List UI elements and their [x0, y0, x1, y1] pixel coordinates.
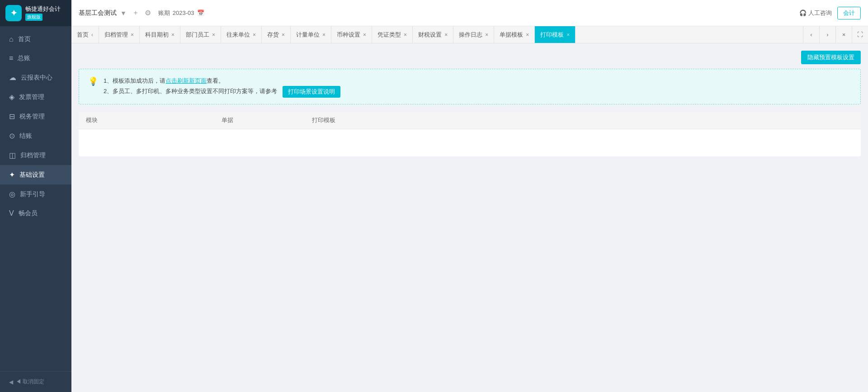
- tab-subject-close-icon[interactable]: ×: [171, 32, 175, 38]
- sidebar-item-guide-label: 新手引导: [20, 190, 45, 198]
- tab-tax-settings-close-icon[interactable]: ×: [444, 32, 448, 38]
- ledger-icon: ≡: [9, 54, 13, 62]
- tab-archive-close-icon[interactable]: ×: [131, 32, 134, 38]
- logo-text: 畅捷通好会计: [25, 5, 61, 13]
- tab-partner-label: 往来单位: [226, 31, 250, 39]
- tab-partner-close-icon[interactable]: ×: [253, 32, 256, 38]
- tab-action-right: ‹ › × ⛶: [803, 26, 868, 43]
- tab-subject-label: 科目期初: [145, 31, 169, 39]
- settings-icon: ✦: [9, 170, 15, 179]
- sidebar-item-settings[interactable]: ✦ 基础设置: [0, 165, 71, 184]
- tab-department[interactable]: 部门员工 ×: [180, 26, 221, 43]
- tab-partner[interactable]: 往来单位 ×: [221, 26, 262, 43]
- page-content: 隐藏预置模板设置 💡 1、模板添加成功后，请点击刷新新页面查看。 2、多员工、多…: [71, 43, 868, 392]
- tab-print-template[interactable]: 打印模板 ×: [535, 26, 576, 43]
- sidebar-item-reports[interactable]: ☁ 云报表中心: [0, 68, 71, 87]
- sidebar-unpin-button[interactable]: ◀ ◀ 取消固定: [0, 371, 71, 392]
- tab-operation-log[interactable]: 操作日志 ×: [453, 26, 494, 43]
- tab-voucher-type[interactable]: 凭证类型 ×: [372, 26, 413, 43]
- tab-archive-label: 归档管理: [104, 31, 128, 39]
- tab-inventory-close-icon[interactable]: ×: [282, 32, 285, 38]
- content-action-bar: 隐藏预置模板设置: [79, 51, 861, 64]
- tab-unit[interactable]: 计量单位 ×: [291, 26, 331, 43]
- sidebar-item-invoice-label: 发票管理: [19, 93, 44, 101]
- bulb-icon: 💡: [88, 76, 98, 86]
- sidebar-item-reports-label: 云报表中心: [21, 74, 52, 82]
- sidebar-item-archive-label: 归档管理: [20, 151, 46, 160]
- sidebar-item-invoice[interactable]: ◈ 发票管理: [0, 87, 71, 107]
- support-label: 人工咨询: [808, 9, 832, 17]
- unpin-icon: ◀: [9, 379, 13, 385]
- company-name: 基层工会测试: [79, 9, 117, 17]
- topbar: 基层工会测试 ▼ ＋ ⚙ 账期 2023-03 📅 🎧 人工咨询 会计: [71, 0, 868, 26]
- sidebar: ✦ 畅捷通好会计 旗舰版 ⌂ 首页 ≡ 总账 ☁ 云报表中心 ◈ 发票管理 ⊟ …: [0, 0, 71, 392]
- col-header-single: 单据: [222, 116, 312, 124]
- tab-department-label: 部门员工: [186, 31, 209, 39]
- tab-unit-close-icon[interactable]: ×: [322, 32, 326, 38]
- tab-tax-settings-label: 财税设置: [418, 31, 442, 39]
- sidebar-nav: ⌂ 首页 ≡ 总账 ☁ 云报表中心 ◈ 发票管理 ⊟ 税务管理 ⊙ 结账 ◫ 归…: [0, 26, 71, 371]
- logo-sub: 旗舰版: [25, 14, 42, 21]
- sidebar-footer-label: ◀ 取消固定: [16, 378, 44, 386]
- sidebar-item-archive[interactable]: ◫ 归档管理: [0, 146, 71, 165]
- sidebar-item-ledger[interactable]: ≡ 总账: [0, 49, 71, 68]
- tabbar: 首页 ‹ 归档管理 × 科目期初 × 部门员工 × 往来单位 × 存货 × 计量…: [71, 26, 868, 43]
- notice-text: 1、模板添加成功后，请点击刷新新页面查看。 2、多员工、多打印机、多种业务类型设…: [104, 76, 340, 98]
- tab-single-doc[interactable]: 单据模板 ×: [494, 26, 535, 43]
- support-button[interactable]: 🎧 人工咨询: [799, 9, 832, 17]
- sidebar-item-tax-label: 税务管理: [19, 113, 45, 121]
- notice-refresh-link[interactable]: 点击刷新新页面: [165, 77, 207, 84]
- table-body: [79, 129, 861, 156]
- sidebar-item-guide[interactable]: ◎ 新手引导: [0, 184, 71, 204]
- sidebar-item-close[interactable]: ⊙ 结账: [0, 126, 71, 146]
- close-month-icon: ⊙: [9, 132, 15, 140]
- tab-operation-log-close-icon[interactable]: ×: [485, 32, 488, 38]
- tab-department-close-icon[interactable]: ×: [212, 32, 215, 38]
- tab-scroll-left-button[interactable]: ‹: [803, 26, 819, 43]
- tab-currency-close-icon[interactable]: ×: [363, 32, 366, 38]
- tab-close-current-button[interactable]: ×: [835, 26, 852, 43]
- tab-unit-label: 计量单位: [296, 31, 320, 39]
- col-header-module: 模块: [86, 116, 222, 124]
- tab-home[interactable]: 首页 ‹: [71, 26, 99, 43]
- sidebar-item-member-label: 畅会员: [19, 209, 38, 217]
- home-icon: ⌂: [9, 35, 14, 43]
- print-explain-button[interactable]: 打印场景设置说明: [283, 86, 340, 98]
- settings-gear-icon[interactable]: ⚙: [145, 9, 151, 17]
- sidebar-item-tax[interactable]: ⊟ 税务管理: [0, 107, 71, 126]
- company-selector[interactable]: 基层工会测试 ▼: [79, 9, 127, 17]
- tab-archive[interactable]: 归档管理 ×: [99, 26, 140, 43]
- tab-fullscreen-button[interactable]: ⛶: [852, 26, 868, 43]
- company-dropdown-icon: ▼: [120, 9, 127, 17]
- tab-print-template-close-icon[interactable]: ×: [566, 32, 570, 38]
- tab-voucher-type-close-icon[interactable]: ×: [404, 32, 407, 38]
- tab-inventory-label: 存货: [267, 31, 279, 39]
- tab-single-doc-close-icon[interactable]: ×: [526, 32, 529, 38]
- add-tab-button[interactable]: ＋: [132, 8, 139, 18]
- sidebar-logo: ✦ 畅捷通好会计 旗舰版: [0, 0, 71, 26]
- notice-line2: 2、多员工、多打印机、多种业务类型设置不同打印方案等，请参考: [104, 88, 277, 95]
- table-header: 模块 单据 打印模板: [79, 112, 861, 129]
- calendar-icon[interactable]: 📅: [197, 9, 204, 16]
- tab-nav-back-icon[interactable]: ‹: [91, 32, 93, 38]
- sidebar-item-home-label: 首页: [18, 35, 31, 43]
- tab-currency[interactable]: 币种设置 ×: [331, 26, 372, 43]
- notice-box: 💡 1、模板添加成功后，请点击刷新新页面查看。 2、多员工、多打印机、多种业务类…: [79, 69, 861, 104]
- tab-voucher-type-label: 凭证类型: [377, 31, 401, 39]
- tab-tax-settings[interactable]: 财税设置 ×: [413, 26, 453, 43]
- accountant-button[interactable]: 会计: [837, 7, 861, 19]
- period-label: 账期: [158, 9, 170, 17]
- tab-single-doc-label: 单据模板: [500, 31, 523, 39]
- tab-scroll-right-button[interactable]: ›: [819, 26, 835, 43]
- sidebar-item-home[interactable]: ⌂ 首页: [0, 30, 71, 49]
- col-header-template: 打印模板: [312, 116, 854, 124]
- hide-preview-button[interactable]: 隐藏预置模板设置: [801, 51, 861, 64]
- tab-inventory[interactable]: 存货 ×: [262, 26, 291, 43]
- archive-icon: ◫: [9, 151, 16, 160]
- sidebar-item-member[interactable]: V 畅会员: [0, 204, 71, 223]
- member-icon: V: [9, 209, 14, 217]
- tab-operation-log-label: 操作日志: [459, 31, 482, 39]
- sidebar-item-close-label: 结账: [19, 132, 32, 140]
- period-value: 2023-03: [173, 9, 194, 16]
- tab-subject[interactable]: 科目期初 ×: [140, 26, 180, 43]
